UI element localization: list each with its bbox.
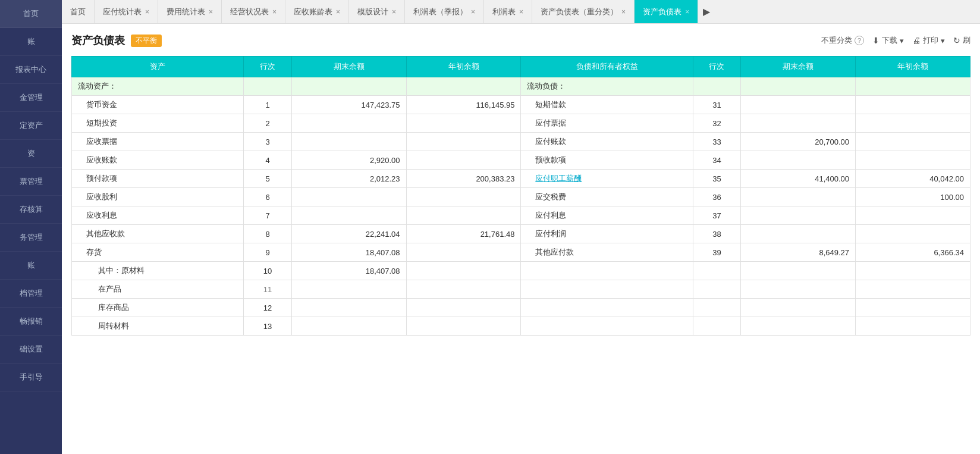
tab-close-icon[interactable]: × (145, 8, 149, 16)
right-end-balance (741, 96, 856, 114)
tab-expense-stats[interactable]: 费用统计表 × (158, 0, 222, 23)
table-row[interactable]: 周转材料 13 (72, 317, 970, 336)
page-title: 资产负债表 (71, 33, 125, 48)
sidebar-item-home[interactable]: 首页 (0, 0, 62, 28)
right-begin-balance: 40,042.00 (856, 170, 970, 188)
tab-operation[interactable]: 经营状况表 × (222, 0, 285, 23)
sidebar-item-inventory[interactable]: 存核算 (0, 196, 62, 224)
balance-sheet-table: 资产 行次 期末余额 年初余额 负债和所有者权益 行次 期末余额 年初余额 流动… (71, 56, 970, 336)
left-begin-balance: 200,383.23 (406, 170, 521, 188)
right-item: 应付利息 (521, 206, 693, 225)
sidebar-item-settings[interactable]: 础设置 (0, 336, 62, 364)
sidebar-item-fund[interactable]: 金管理 (0, 84, 62, 112)
sidebar-item-bills[interactable]: 票管理 (0, 168, 62, 196)
right-item: 应付账款 (521, 133, 693, 151)
col-header-end-balance-left: 期末余额 (291, 57, 406, 77)
left-end-balance (291, 317, 406, 336)
table-row[interactable]: 应收股利 6 应交税费 36 100.00 (72, 188, 970, 206)
right-row-num: 38 (693, 225, 740, 243)
tab-close-icon[interactable]: × (621, 8, 626, 16)
tab-balance-sheet[interactable]: 资产负债表 × (635, 0, 698, 23)
tab-balance-reclassified[interactable]: 资产负债表（重分类） × (532, 0, 635, 23)
table-row[interactable]: 在产品 11 (72, 280, 970, 299)
left-end-balance (291, 188, 406, 206)
tab-close-icon[interactable]: × (209, 8, 213, 16)
left-row-num: 8 (244, 225, 291, 243)
right-row-num (693, 280, 740, 299)
right-end-balance (741, 206, 856, 225)
tab-profit[interactable]: 利润表 × (484, 0, 532, 23)
table-row[interactable]: 应收票据 3 应付账款 33 20,700.00 (72, 133, 970, 151)
left-end-balance (291, 114, 406, 133)
table-row[interactable]: 存货 9 18,407.08 其他应付款 39 8,649.27 6,366.3… (72, 243, 970, 262)
sidebar-item-archive[interactable]: 档管理 (0, 280, 62, 308)
print-button[interactable]: 🖨 打印 ▾ (912, 35, 945, 46)
section-left-end (291, 77, 406, 96)
table-row[interactable]: 预付款项 5 2,012.23 200,383.23 应付职工薪酬 35 41,… (72, 170, 970, 188)
left-item: 应收股利 (72, 188, 244, 206)
right-begin-balance (856, 133, 970, 151)
right-item (521, 262, 693, 280)
table-row[interactable]: 其他应收款 8 22,241.04 21,761.48 应付利润 38 (72, 225, 970, 243)
sidebar-item-expense[interactable]: 畅报销 (0, 308, 62, 336)
left-begin-balance (406, 133, 521, 151)
left-begin-balance (406, 262, 521, 280)
refresh-button[interactable]: ↻ 刷 (953, 35, 970, 46)
section-right-row (693, 77, 740, 96)
sidebar-item-ledger[interactable]: 账 (0, 28, 62, 56)
right-row-num: 34 (693, 151, 740, 170)
left-begin-balance: 21,761.48 (406, 225, 521, 243)
col-header-liabilities: 负债和所有者权益 (521, 57, 693, 77)
tab-arrow-right[interactable]: ▶ (698, 0, 715, 23)
tab-close-icon[interactable]: × (336, 8, 340, 16)
tab-close-icon[interactable]: × (685, 8, 689, 16)
right-end-balance (741, 188, 856, 206)
print-arrow-icon: ▾ (941, 36, 945, 45)
tab-home[interactable]: 首页 (62, 0, 95, 23)
page-header: 资产负债表 不平衡 不重分类 ? ⬇ 下载 ▾ 🖨 打印 ▾ (71, 33, 970, 48)
left-row-num: 5 (244, 170, 291, 188)
download-button[interactable]: ⬇ 下载 ▾ (872, 35, 904, 46)
tab-label: 经营状况表 (230, 7, 269, 17)
sidebar-item-affairs[interactable]: 务管理 (0, 224, 62, 252)
right-item (521, 299, 693, 317)
print-icon: 🖨 (912, 36, 921, 45)
tab-close-icon[interactable]: × (272, 8, 277, 16)
right-item: 应付职工薪酬 (521, 170, 693, 188)
col-header-begin-balance-left: 年初余额 (406, 57, 521, 77)
right-end-balance: 20,700.00 (741, 133, 856, 151)
right-begin-balance (856, 280, 970, 299)
right-end-balance (741, 317, 856, 336)
table-row[interactable]: 库存商品 12 (72, 299, 970, 317)
right-item: 短期借款 (521, 96, 693, 114)
sidebar-item-assets[interactable]: 定资产 (0, 112, 62, 140)
page-title-area: 资产负债表 不平衡 (71, 33, 162, 48)
tab-close-icon[interactable]: × (519, 8, 523, 16)
tab-receivable-aging[interactable]: 应收账龄表 × (285, 0, 349, 23)
sidebar-item-guide[interactable]: 手引导 (0, 364, 62, 392)
right-item: 应付利润 (521, 225, 693, 243)
left-end-balance (291, 133, 406, 151)
refresh-icon: ↻ (953, 36, 960, 45)
sidebar-item-capital[interactable]: 资 (0, 140, 62, 168)
left-item: 应收利息 (72, 206, 244, 225)
table-row[interactable]: 短期投资 2 应付票据 32 (72, 114, 970, 133)
tab-label: 模版设计 (357, 7, 388, 17)
tab-close-icon[interactable]: × (471, 8, 475, 16)
tab-template-design[interactable]: 模版设计 × (349, 0, 405, 23)
left-row-num: 6 (244, 188, 291, 206)
tab-close-icon[interactable]: × (392, 8, 396, 16)
table-row[interactable]: 货币资金 1 147,423.75 116,145.95 短期借款 31 (72, 96, 970, 114)
tab-payable-stats[interactable]: 应付统计表 × (95, 0, 158, 23)
right-begin-balance: 100.00 (856, 188, 970, 206)
sidebar-item-reports[interactable]: 报表中心 (0, 56, 62, 84)
sidebar-item-accounts[interactable]: 账 (0, 252, 62, 280)
tab-profit-quarterly[interactable]: 利润表（季报） × (405, 0, 484, 23)
left-row-num: 1 (244, 96, 291, 114)
table-row[interactable]: 应收账款 4 2,920.00 预收款项 34 (72, 151, 970, 170)
download-arrow-icon: ▾ (900, 36, 904, 45)
table-row[interactable]: 应收利息 7 应付利息 37 (72, 206, 970, 225)
table-row[interactable]: 其中：原材料 10 18,407.08 (72, 262, 970, 280)
help-icon[interactable]: ? (855, 36, 864, 45)
classify-toggle[interactable]: 不重分类 ? (821, 35, 864, 46)
